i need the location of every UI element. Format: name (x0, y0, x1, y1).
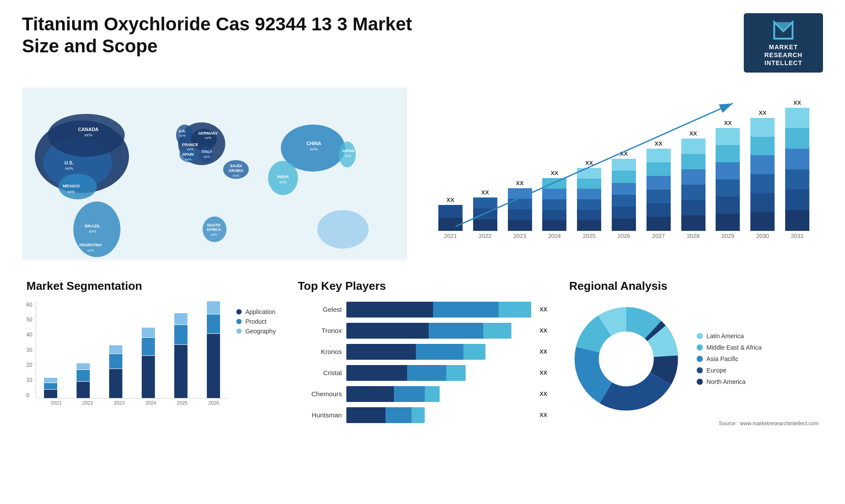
player-bar-container (346, 386, 532, 402)
bar-stack-2021 (438, 205, 463, 230)
seg-chart-inner: 60 50 40 30 20 10 0 (26, 302, 228, 398)
svg-text:MEXICO: MEXICO (63, 183, 80, 188)
application-label: Application (245, 308, 276, 315)
bar-seg (647, 149, 671, 162)
svg-point-58 (600, 332, 653, 385)
bar-x-label-2025: 2025 (572, 233, 606, 239)
player-bar-seg (446, 365, 466, 381)
asia-pacific-label: Asia Pacific (706, 355, 738, 362)
player-row-huntsman: HuntsmanXX (298, 407, 547, 423)
seg-app (109, 369, 122, 398)
bar-seg (785, 190, 809, 210)
bar-group-2031: XX (780, 99, 814, 231)
player-bar-seg (463, 344, 485, 360)
page-title: Titanium Oxychloride Cas 92344 13 3 Mark… (22, 13, 418, 58)
seg-prod (142, 338, 155, 355)
seg-x-2024: 2024 (137, 400, 165, 405)
logo-icon (772, 18, 794, 40)
seg-legend-product: Product (236, 318, 276, 325)
bar-seg (612, 183, 636, 195)
player-name-cristal: Cristal (298, 369, 342, 376)
player-row-tronox: TronoxXX (298, 323, 547, 339)
bar-seg (785, 128, 809, 149)
bottom-row: Market Segmentation 60 50 40 30 20 10 0 (22, 275, 823, 442)
player-xx-gelest: XX (540, 306, 547, 313)
bar-xx-2029: XX (724, 120, 731, 126)
segmentation-title: Market Segmentation (26, 279, 276, 293)
bar-seg (647, 203, 671, 217)
bar-seg (473, 219, 497, 230)
bar-group-2028: XX (676, 130, 710, 231)
bar-seg (612, 207, 636, 219)
seg-app (174, 345, 187, 398)
bar-seg (577, 179, 601, 189)
player-bar-seg (346, 365, 407, 381)
north-america-label: North America (706, 378, 746, 385)
bar-x-label-2029: 2029 (711, 233, 745, 239)
svg-text:xx%: xx% (187, 147, 194, 151)
bar-seg (508, 199, 532, 209)
bar-group-2026: XX (607, 150, 641, 230)
svg-text:ARABIA: ARABIA (228, 168, 244, 173)
middle-east-africa-label: Middle East & Africa (706, 344, 761, 351)
bar-x-label-2026: 2026 (607, 233, 641, 239)
bar-seg (577, 220, 601, 231)
bar-xx-2021: XX (447, 197, 454, 203)
legend-north-america: North America (697, 378, 761, 385)
player-bar (346, 323, 512, 339)
seg-group-2023 (101, 301, 130, 398)
bar-seg (785, 149, 809, 169)
segmentation-content: 60 50 40 30 20 10 0 20212022202320242025… (26, 302, 276, 405)
application-dot (236, 309, 242, 314)
players-title: Top Key Players (298, 279, 547, 293)
bar-seg (681, 139, 705, 154)
legend-europe: Europe (697, 367, 761, 374)
seg-x-2026: 2026 (200, 400, 228, 405)
bar-seg (750, 118, 775, 137)
player-bar-seg (411, 407, 425, 423)
middle-east-africa-dot (697, 344, 703, 351)
bar-xx-2022: XX (481, 189, 489, 196)
regional-title: Regional Analysis (569, 279, 819, 293)
legend-middle-east-africa: Middle East & Africa (697, 344, 761, 351)
seg-app (44, 390, 57, 398)
bar-chart-x-labels: 2021202220232024202520262027202820292030… (429, 233, 814, 239)
bar-xx-2025: XX (585, 160, 593, 166)
svg-text:xx%: xx% (233, 173, 239, 177)
bar-seg (612, 195, 636, 207)
regional-legend: Latin America Middle East & Africa Asia … (697, 332, 761, 385)
player-bar-container (346, 344, 532, 360)
bar-chart-section: XXXXXXXXXXXXXXXXXXXXXX 20212022202320242… (420, 86, 823, 262)
bar-seg (716, 179, 740, 197)
page-container: Titanium Oxychloride Cas 92344 13 3 Mark… (0, 0, 845, 504)
bar-group-2030: XX (746, 110, 779, 231)
bar-x-label-2031: 2031 (780, 233, 814, 239)
map-section: CANADA xx% U.S. xx% MEXICO xx% BRAZIL xx… (22, 86, 407, 262)
bar-xx-2026: XX (620, 150, 628, 157)
svg-point-7 (73, 201, 121, 257)
player-bar-container (346, 365, 532, 381)
svg-marker-1 (774, 22, 793, 31)
bar-stack-2027 (647, 149, 671, 231)
bar-seg (612, 171, 636, 183)
donut-svg (569, 302, 683, 416)
bar-seg (681, 169, 705, 185)
seg-y-axis: 60 50 40 30 20 10 0 (26, 302, 36, 398)
bar-seg (750, 193, 775, 212)
svg-text:xx%: xx% (205, 136, 212, 140)
bar-stack-2024 (542, 178, 566, 231)
player-name-chemours: Chemours (298, 390, 342, 398)
svg-text:xx%: xx% (84, 132, 93, 137)
player-bar-seg (346, 323, 429, 339)
player-bar-container (346, 302, 532, 318)
player-bar-seg (429, 323, 483, 339)
bar-seg (716, 145, 740, 162)
bar-seg (577, 168, 601, 179)
svg-text:JAPAN: JAPAN (342, 149, 354, 153)
product-dot (236, 319, 242, 324)
bar-x-label-2024: 2024 (537, 233, 571, 239)
svg-text:xx%: xx% (210, 233, 217, 237)
product-label: Product (245, 318, 266, 325)
bar-stack-2028 (681, 139, 705, 231)
bar-x-label-2030: 2030 (746, 233, 779, 239)
